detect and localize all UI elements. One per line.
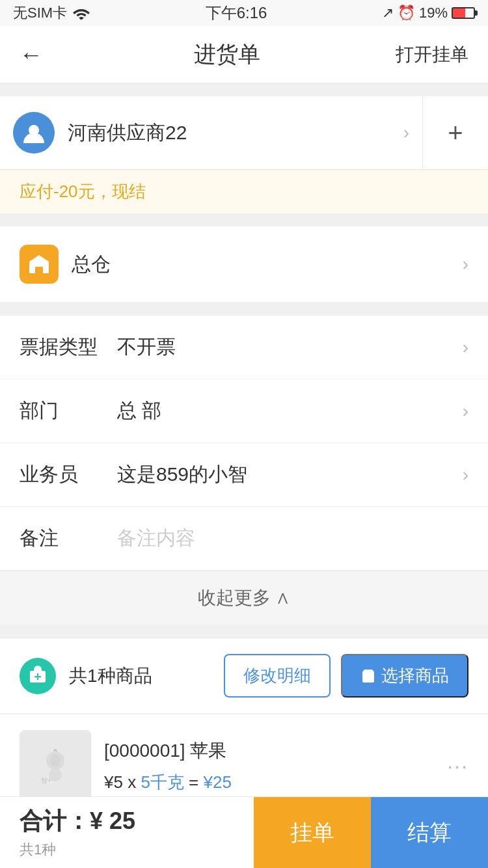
- battery-icon: [452, 7, 475, 19]
- warehouse-name: 总仓: [72, 251, 456, 278]
- salesperson-value: 这是859的小智: [117, 461, 456, 488]
- total-count: 共1种: [20, 840, 234, 860]
- department-row[interactable]: 部门 总 部 ›: [0, 379, 488, 443]
- product-count-label: 共1种商品: [69, 664, 224, 688]
- checkout-button[interactable]: 结算: [371, 797, 488, 868]
- total-amount: 合计：¥ 25: [20, 806, 234, 837]
- warehouse-selector[interactable]: 总仓 ›: [0, 226, 488, 303]
- divider-3: [0, 303, 488, 316]
- salesperson-row[interactable]: 业务员 这是859的小智 ›: [0, 443, 488, 507]
- carrier-text: 无SIM卡: [13, 3, 67, 23]
- salesperson-label: 业务员: [20, 461, 117, 488]
- warehouse-icon: [20, 245, 59, 284]
- price-equals: =: [184, 772, 204, 792]
- product-total: ¥25: [203, 772, 231, 792]
- department-value: 总 部: [117, 398, 456, 424]
- wifi-icon: [72, 7, 90, 20]
- product-qty: 5千克: [141, 772, 183, 792]
- add-supplier-button[interactable]: +: [423, 96, 488, 169]
- total-section: 合计：¥ 25 共1种: [0, 797, 254, 868]
- collapse-button[interactable]: 收起更多 ∧: [0, 571, 488, 625]
- status-right: ↗ ⏰ 19%: [382, 5, 475, 21]
- battery-percent: 19%: [419, 5, 448, 21]
- bottom-bar: 合计：¥ 25 共1种 挂单 结算: [0, 796, 488, 868]
- warehouse-chevron-icon: ›: [463, 254, 468, 275]
- supplier-section: 河南供应商22 › +: [0, 96, 488, 169]
- svg-point-7: [50, 754, 61, 767]
- ticket-type-chevron-icon: ›: [463, 337, 468, 358]
- form-section: 票据类型 不开票 › 部门 总 部 › 业务员 这是859的小智 › 备注 备注…: [0, 316, 488, 571]
- product-name: [0000001] 苹果: [104, 739, 434, 763]
- ticket-type-label: 票据类型: [20, 334, 117, 360]
- total-label: 合计：: [20, 807, 90, 834]
- ticket-type-value: 不开票: [117, 334, 456, 360]
- department-chevron-icon: ›: [463, 401, 468, 422]
- status-bar: 无SIM卡 下午6:16 ↗ ⏰ 19%: [0, 0, 488, 26]
- supplier-avatar: [13, 112, 55, 154]
- open-hang-button[interactable]: 打开挂单: [396, 42, 468, 67]
- supplier-selector[interactable]: 河南供应商22 ›: [0, 96, 423, 169]
- product-thumbnail: 智+: [20, 730, 91, 802]
- supplier-name: 河南供应商22: [68, 120, 397, 146]
- remark-row[interactable]: 备注 备注内容: [0, 507, 488, 571]
- product-header: 共1种商品 修改明细 选择商品: [0, 638, 488, 713]
- product-info: [0000001] 苹果 ¥5 x 5千克 = ¥25: [104, 739, 434, 794]
- remark-value: 备注内容: [117, 525, 468, 552]
- svg-rect-1: [35, 267, 43, 273]
- product-header-icon: [20, 658, 56, 694]
- nav-bar: ← 进货单 打开挂单: [0, 26, 488, 83]
- svg-text:智+: 智+: [41, 777, 51, 784]
- divider-2: [0, 213, 488, 226]
- product-more-button[interactable]: ···: [447, 754, 468, 778]
- alarm-icon: ⏰: [398, 5, 415, 21]
- select-product-label: 选择商品: [381, 664, 449, 687]
- cart-icon: [360, 668, 376, 684]
- ticket-type-row[interactable]: 票据类型 不开票 ›: [0, 316, 488, 379]
- select-product-button[interactable]: 选择商品: [341, 654, 468, 698]
- department-label: 部门: [20, 398, 117, 424]
- salesperson-chevron-icon: ›: [463, 465, 468, 485]
- product-price: ¥5 x 5千克 = ¥25: [104, 771, 434, 794]
- edit-detail-button[interactable]: 修改明细: [224, 654, 331, 698]
- notice-bar: 应付-20元，现结: [0, 169, 488, 213]
- hang-button[interactable]: 挂单: [254, 797, 371, 868]
- price-prefix: ¥5 x: [104, 772, 141, 792]
- content: 河南供应商22 › + 应付-20元，现结 总仓 › 票据类型 不开票 › 部门…: [0, 83, 488, 868]
- status-left: 无SIM卡: [13, 3, 90, 23]
- page-title: 进货单: [194, 40, 260, 70]
- status-time: 下午6:16: [206, 3, 267, 23]
- remark-label: 备注: [20, 525, 117, 552]
- supplier-chevron-icon: ›: [403, 122, 409, 143]
- location-icon: ↗: [382, 5, 394, 21]
- back-button[interactable]: ←: [20, 41, 59, 68]
- total-value: ¥ 25: [90, 807, 135, 834]
- divider-1: [0, 83, 488, 96]
- divider-4: [0, 625, 488, 638]
